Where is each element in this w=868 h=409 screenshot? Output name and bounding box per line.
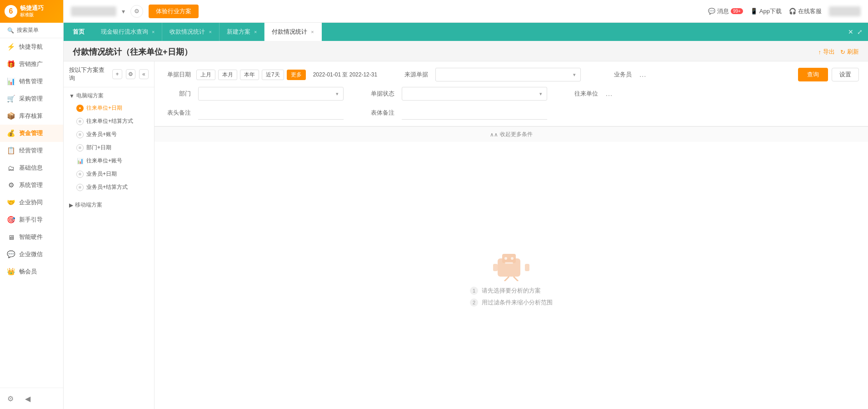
sidebar-item-operation[interactable]: 📋 经营管理	[0, 142, 63, 159]
date-btn-more[interactable]: 更多	[287, 70, 306, 80]
phone-icon: 📱	[750, 8, 758, 15]
sidebar-item-basic[interactable]: 🗂 基础信息	[0, 159, 63, 177]
sidebar-label-basic: 基础信息	[19, 164, 43, 172]
export-label: 导出	[823, 48, 835, 56]
scheme-item-partner-date[interactable]: ● 往来单位+日期	[64, 101, 154, 115]
desktop-section-header[interactable]: ▼ 电脑端方案	[64, 90, 154, 101]
refresh-icon: ↻	[840, 49, 845, 56]
messages-btn[interactable]: 💬 消息 99+	[708, 7, 743, 15]
date-buttons: 上月 本月 本年 近7天 更多	[196, 70, 306, 80]
tab-new-scheme-label: 新建方案	[227, 28, 250, 36]
topbar-user	[71, 6, 116, 16]
trial-btn[interactable]: 体验行业方案	[149, 5, 199, 18]
sidebar-item-hardware[interactable]: 🖥 智能硬件	[0, 228, 63, 246]
scheme-item-partner-account-label: 往来单位+账号	[86, 157, 122, 165]
page-actions: ↑ 导出 ↻ 刷新	[818, 48, 859, 56]
sidebar-item-enterprise[interactable]: 🤝 企业协同	[0, 194, 63, 211]
app-sub: 标准版	[20, 12, 44, 18]
sidebar-icon-inventory: 📦	[6, 112, 15, 120]
sidebar-label-purchase: 采购管理	[19, 95, 43, 103]
sidebar-item-quick-nav[interactable]: ⚡ 快捷导航	[0, 38, 63, 56]
scheme-item-dept-date[interactable]: ⊞ 部门+日期	[64, 141, 154, 154]
sidebar-icon-basic: 🗂	[6, 164, 15, 172]
tab-receipt-stats[interactable]: 收款情况统计 ×	[162, 23, 219, 41]
table-header-note-input[interactable]	[198, 106, 344, 120]
scheme-item-grid-icon-2: ⊞	[76, 131, 84, 138]
scheme-item-staff-settle[interactable]: ⊞ 业务员+结算方式	[64, 181, 154, 194]
sidebar-item-guide[interactable]: 🎯 新手引导	[0, 211, 63, 228]
scheme-item-staff-date[interactable]: ⊞ 业务员+日期	[64, 167, 154, 181]
topbar-dropdown[interactable]: ▾	[122, 8, 125, 15]
app-download-btn[interactable]: 📱 App下载	[750, 7, 782, 15]
filter-actions: 查询 设置	[798, 68, 859, 81]
sidebar-label-hardware: 智能硬件	[19, 233, 43, 241]
step-1-label: 请先选择要分析的方案	[482, 287, 541, 295]
filter-row-2: 部门 ▾ 单据状态 ▾ 往来单位 …	[164, 87, 859, 101]
topbar-avatar[interactable]	[829, 6, 861, 16]
sidebar-label-enterprise: 企业协同	[19, 198, 43, 207]
scheme-item-grid-icon-1: ⊞	[76, 118, 84, 125]
tab-payment-stats[interactable]: 付款情况统计 ×	[264, 23, 321, 41]
date-btn-7days[interactable]: 近7天	[262, 70, 284, 80]
dept-select[interactable]: ▾	[198, 87, 344, 101]
tab-bank-flow-label: 现金银行流水查询	[101, 28, 148, 36]
scheme-settings-btn[interactable]: ⚙	[126, 69, 135, 79]
search-label: 搜索菜单	[17, 26, 39, 34]
sidebar-item-inventory[interactable]: 📦 库存核算	[0, 107, 63, 125]
scheme-item-staff-account[interactable]: ⊞ 业务员+账号	[64, 128, 154, 141]
doc-status-select[interactable]: ▾	[402, 87, 547, 101]
settings-btn[interactable]: 设置	[832, 68, 859, 81]
sidebar-collapse-btn[interactable]: ◀	[21, 392, 35, 405]
table-body-note-input[interactable]	[402, 106, 547, 120]
sidebar-label-inventory: 库存核算	[19, 112, 43, 120]
collapse-more-btn[interactable]: ∧∧ 收起更多条件	[155, 126, 868, 142]
sidebar-item-wechat[interactable]: 💬 企业微信	[0, 246, 63, 263]
scheme-collapse-btn[interactable]: «	[139, 69, 149, 79]
scheme-item-chart-icon: 📊	[76, 157, 84, 165]
date-btn-this-year[interactable]: 本年	[240, 70, 259, 80]
tab-bank-flow-close[interactable]: ×	[152, 29, 155, 35]
refresh-label: 刷新	[847, 48, 859, 56]
sidebar-item-sales[interactable]: 📊 销售管理	[0, 73, 63, 90]
step-2-label: 用过滤条件来缩小分析范围	[482, 298, 553, 307]
sidebar-item-marketing[interactable]: 🎁 营销推广	[0, 56, 63, 73]
sidebar-item-finance[interactable]: 💰 资金管理	[0, 125, 63, 142]
scheme-add-btn[interactable]: +	[112, 69, 122, 79]
source-select[interactable]: ▾	[435, 68, 581, 81]
sidebar-settings-btn[interactable]: ⚙	[4, 392, 17, 405]
date-btn-last-month[interactable]: 上月	[196, 70, 215, 80]
svg-rect-8	[525, 264, 529, 271]
date-btn-this-month[interactable]: 本月	[218, 70, 237, 80]
mobile-section-header[interactable]: ▶ 移动端方案	[64, 199, 154, 211]
staff-dotdot: …	[639, 71, 646, 79]
tab-receipt-stats-close[interactable]: ×	[209, 29, 211, 35]
sidebar-item-purchase[interactable]: 🛒 采购管理	[0, 90, 63, 107]
search-menu[interactable]: 🔍 搜索菜单	[0, 23, 63, 38]
sidebar-icon-member: 👑	[6, 268, 15, 276]
partner-dotdot: …	[605, 90, 613, 98]
topbar-settings-btn[interactable]: ⚙	[130, 5, 143, 18]
query-btn[interactable]: 查询	[798, 68, 828, 81]
refresh-btn[interactable]: ↻ 刷新	[840, 48, 859, 56]
collapse-label: 收起更多条件	[500, 131, 533, 138]
doc-status-select-arrow: ▾	[539, 91, 542, 97]
tab-payment-stats-close[interactable]: ×	[311, 29, 314, 35]
tab-bank-flow[interactable]: 现金银行流水查询 ×	[94, 23, 162, 41]
sidebar-item-member[interactable]: 👑 畅会员	[0, 263, 63, 280]
online-service-btn[interactable]: 🎧 在线客服	[789, 7, 822, 15]
tab-payment-stats-label: 付款情况统计	[272, 28, 307, 36]
tab-close-all-btn[interactable]: ✕	[848, 28, 853, 35]
main-area: ▾ ⚙ 体验行业方案 💬 消息 99+ 📱 App下载 🎧 在线客服 首页	[64, 0, 868, 409]
export-btn[interactable]: ↑ 导出	[818, 48, 835, 56]
sidebar-item-system[interactable]: ⚙ 系统管理	[0, 177, 63, 194]
tab-new-scheme[interactable]: 新建方案 ×	[219, 23, 264, 41]
sidebar-icon-sales: 📊	[6, 77, 15, 86]
scheme-item-partner-settle[interactable]: ⊞ 往来单位+结算方式	[64, 115, 154, 128]
scheme-item-partner-settle-label: 往来单位+结算方式	[86, 117, 133, 125]
sidebar-icon-operation: 📋	[6, 146, 15, 155]
tab-home[interactable]: 首页	[64, 23, 94, 41]
tab-new-scheme-close[interactable]: ×	[254, 29, 257, 35]
scheme-item-partner-account[interactable]: 📊 往来单位+账号	[64, 154, 154, 167]
tab-expand-btn[interactable]: ⤢	[857, 28, 863, 35]
empty-step-1: 1 请先选择要分析的方案	[470, 287, 553, 295]
